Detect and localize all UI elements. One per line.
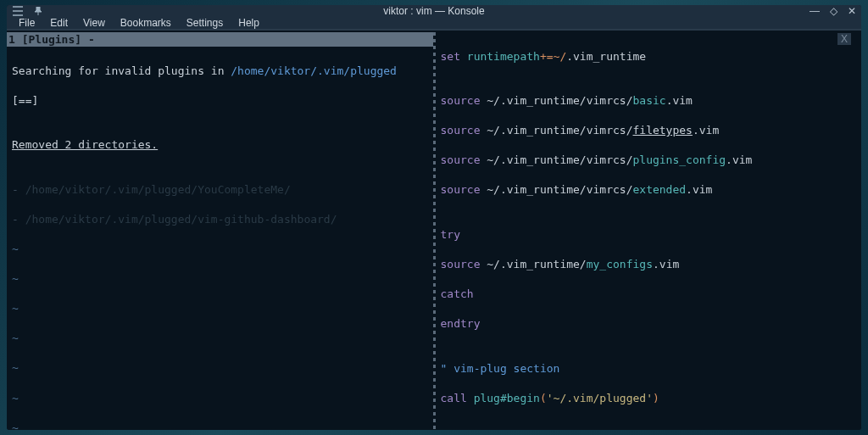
code-line: catch — [441, 287, 857, 302]
left-pane[interactable]: 1 [Plugins] - Searching for invalid plug… — [7, 32, 433, 430]
window-title: viktor : vim — Konsole — [383, 5, 484, 17]
code-line: call plug#begin('~/.vim/plugged') — [441, 391, 857, 406]
left-content[interactable]: Searching for invalid plugins in /home/v… — [7, 47, 433, 430]
code-line: source ~/.vim_runtime/vimrcs/extended.vi… — [441, 182, 857, 198]
menubar: File Edit View Bookmarks Settings Help — [7, 17, 861, 29]
minimize-button[interactable]: — — [810, 5, 820, 17]
code-line: try — [441, 227, 857, 243]
right-pane[interactable]: set runtimepath+=~/.vim_runtime source ~… — [436, 32, 862, 430]
buffer-label: 1 [Plugins] - — [8, 33, 95, 46]
menu-settings[interactable]: Settings — [186, 17, 223, 29]
tilde-line: ~ — [12, 360, 428, 376]
maximize-button[interactable]: ◇ — [830, 5, 837, 17]
tilde-line: ~ — [12, 271, 428, 287]
tilde-line: ~ — [12, 421, 428, 430]
terminal-area: X 1 [Plugins] - Searching for invalid pl… — [7, 29, 861, 430]
pin-icon[interactable] — [32, 5, 44, 17]
text-line: Searching for invalid plugins in /home/v… — [12, 64, 428, 79]
app-menu-icon[interactable] — [12, 5, 24, 17]
tilde-line: ~ — [12, 242, 428, 257]
code-line: source ~/.vim_runtime/vimrcs/plugins_con… — [441, 153, 857, 168]
tilde-line: ~ — [12, 301, 428, 316]
text-line: - /home/viktor/.vim/plugged/YouCompleteM… — [12, 182, 428, 198]
code-line: source ~/.vim_runtime/vimrcs/basic.vim — [441, 93, 857, 109]
tilde-line: ~ — [12, 331, 428, 346]
menu-view[interactable]: View — [83, 17, 105, 29]
menu-edit[interactable]: Edit — [50, 17, 68, 29]
text-line: Removed 2 directories. — [12, 137, 428, 153]
tilde-line: ~ — [12, 391, 428, 406]
window-controls: — ◇ ✕ — [810, 5, 856, 17]
code-line: endtry — [441, 316, 857, 332]
titlebar[interactable]: viktor : vim — Konsole — ◇ ✕ — [7, 5, 861, 17]
close-button[interactable]: ✕ — [848, 5, 856, 17]
konsole-window: viktor : vim — Konsole — ◇ ✕ File Edit V… — [7, 5, 861, 430]
right-content[interactable]: set runtimepath+=~/.vim_runtime source ~… — [436, 32, 862, 430]
menu-help[interactable]: Help — [238, 17, 259, 29]
text-line: [==] — [12, 93, 428, 109]
buffer-line-left: 1 [Plugins] - — [7, 32, 433, 47]
code-line: " vim-plug section — [441, 361, 857, 376]
menu-file[interactable]: File — [19, 17, 35, 29]
menu-bookmarks[interactable]: Bookmarks — [120, 17, 171, 29]
text-line: - /home/viktor/.vim/plugged/vim-github-d… — [12, 212, 428, 227]
code-line: set runtimepath+=~/.vim_runtime — [441, 49, 857, 64]
code-line: source ~/.vim_runtime/my_configs.vim — [441, 257, 857, 272]
code-line: source ~/.vim_runtime/vimrcs/filetypes.v… — [441, 123, 857, 138]
titlebar-left — [12, 5, 44, 17]
